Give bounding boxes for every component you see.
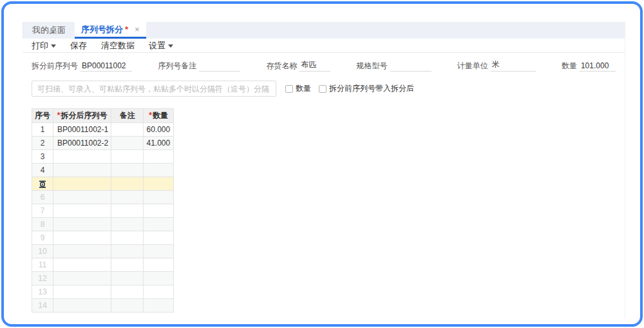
serial-after-split-cell[interactable] (53, 150, 111, 164)
chevron-down-icon (168, 44, 173, 48)
clear-data-button[interactable]: 清空数据 (101, 40, 135, 52)
remark-cell (111, 191, 144, 204)
quantity-cell[interactable] (144, 150, 174, 164)
serial-remark-input[interactable] (199, 62, 240, 72)
quantity-cell[interactable] (144, 177, 174, 191)
checkbox-icon (319, 85, 327, 93)
serial-after-split-cell (53, 191, 111, 204)
field-serial-remark: 序列号备注 (158, 59, 240, 72)
tab-serial-split[interactable]: 序列号拆分 * × (75, 22, 146, 39)
checkbox-label: 拆分前序列号带入拆分后 (329, 83, 414, 94)
tab-my-desktop[interactable]: 我的桌面 (23, 22, 75, 39)
table-row: 8 (32, 218, 174, 231)
remark-cell[interactable] (111, 177, 144, 191)
field-label: 存货名称 (266, 61, 297, 72)
table-row: 12 (32, 272, 174, 285)
table-row: 7 (32, 204, 174, 218)
field-label: 数量 (562, 61, 577, 72)
settings-label: 设置 (149, 40, 166, 52)
remark-cell[interactable] (111, 137, 144, 150)
table-row: 14 (32, 299, 174, 313)
quantity-cell[interactable] (144, 164, 174, 177)
row-number-cell: 13 (32, 285, 53, 299)
split-serial-table: 序号*拆分后序列号备注*数量 1BP00011002-160.0002BP000… (32, 108, 174, 313)
serial-after-split-cell (53, 231, 111, 245)
chevron-down-icon (51, 44, 56, 48)
print-button[interactable]: 打印 (32, 40, 56, 52)
settings-button[interactable]: 设置 (149, 40, 173, 52)
table-row: 2BP00011002-241.000 (32, 137, 174, 150)
remark-cell (111, 285, 144, 299)
unit-value: 米 (491, 59, 536, 72)
column-header-0[interactable]: 序号 (32, 109, 53, 123)
save-button[interactable]: 保存 (70, 40, 87, 52)
field-label: 计量单位 (457, 61, 488, 72)
checkbox-label: 数量 (296, 83, 311, 94)
serial-before-split-input[interactable]: BP00011002 (80, 61, 132, 72)
quantity-cell[interactable]: 41.000 (144, 137, 174, 150)
quantity-cell (144, 285, 174, 299)
remark-cell (111, 258, 144, 272)
table-row: 9 (32, 231, 174, 245)
field-label: 序列号备注 (158, 61, 196, 72)
column-header-2[interactable]: 备注 (111, 109, 144, 123)
required-indicator: * (57, 111, 61, 120)
remark-cell[interactable] (111, 150, 144, 164)
row-number-cell: 9 (32, 231, 53, 245)
field-label: 规格型号 (357, 61, 388, 72)
row-number-cell[interactable]: 1 (32, 123, 53, 137)
row-number-cell[interactable] (32, 177, 53, 191)
clear-data-label: 清空数据 (101, 40, 135, 52)
serial-after-split-cell (53, 245, 111, 258)
header-form: 拆分前序列号 BP00011002 序列号备注 存货名称 布匹 规格型号 计量单… (23, 53, 625, 73)
row-number-cell: 8 (32, 218, 53, 231)
row-number-cell: 12 (32, 272, 53, 285)
field-spec-model: 规格型号 (357, 59, 431, 72)
remark-cell (111, 245, 144, 258)
quantity-cell (144, 218, 174, 231)
serial-after-split-cell (53, 285, 111, 299)
table-header: 序号*拆分后序列号备注*数量 (32, 109, 174, 123)
remark-cell[interactable] (111, 123, 144, 137)
serial-after-split-cell[interactable] (53, 177, 111, 191)
tab-label: 我的桌面 (32, 24, 66, 36)
quantity-cell (144, 191, 174, 204)
print-label: 打印 (32, 40, 48, 52)
field-unit: 计量单位 米 (457, 59, 536, 72)
serial-after-split-cell (53, 204, 111, 218)
serial-after-split-cell[interactable]: BP00011002-1 (53, 123, 111, 137)
row-number-cell[interactable]: 2 (32, 137, 53, 150)
table-row: 4 (32, 164, 174, 177)
scan-serial-input[interactable] (32, 81, 276, 97)
quantity-cell (144, 245, 174, 258)
remark-cell (111, 231, 144, 245)
row-number-cell: 11 (32, 258, 53, 272)
checkbox-quantity[interactable]: 数量 (285, 83, 311, 94)
checkbox-carry-serial[interactable]: 拆分前序列号带入拆分后 (319, 83, 414, 94)
row-number-cell[interactable]: 3 (32, 150, 53, 164)
column-header-1[interactable]: *拆分后序列号 (53, 109, 111, 123)
row-number-cell: 6 (32, 191, 53, 204)
table-row: 11 (32, 258, 174, 272)
field-inventory-name: 存货名称 布匹 (266, 59, 330, 72)
serial-after-split-cell[interactable]: BP00011002-2 (53, 137, 111, 150)
remark-cell (111, 218, 144, 231)
close-tab-icon[interactable]: × (135, 24, 140, 34)
toolbar: 打印 保存 清空数据 设置 (23, 39, 625, 53)
serial-after-split-cell[interactable] (53, 164, 111, 177)
quantity-value: 101.000 (580, 61, 616, 72)
quantity-cell (144, 204, 174, 218)
current-row-icon (39, 180, 46, 188)
table-row: 10 (32, 245, 174, 258)
row-number-cell[interactable]: 4 (32, 164, 53, 177)
checkbox-icon (285, 85, 293, 93)
column-header-3[interactable]: *数量 (144, 109, 174, 123)
remark-cell[interactable] (111, 164, 144, 177)
quantity-cell[interactable]: 60.000 (144, 123, 174, 137)
spec-model-value (390, 62, 431, 72)
row-number-cell: 14 (32, 299, 53, 313)
quantity-cell (144, 272, 174, 285)
quantity-cell (144, 231, 174, 245)
remark-cell (111, 272, 144, 285)
field-quantity: 数量 101.000 (562, 59, 616, 72)
